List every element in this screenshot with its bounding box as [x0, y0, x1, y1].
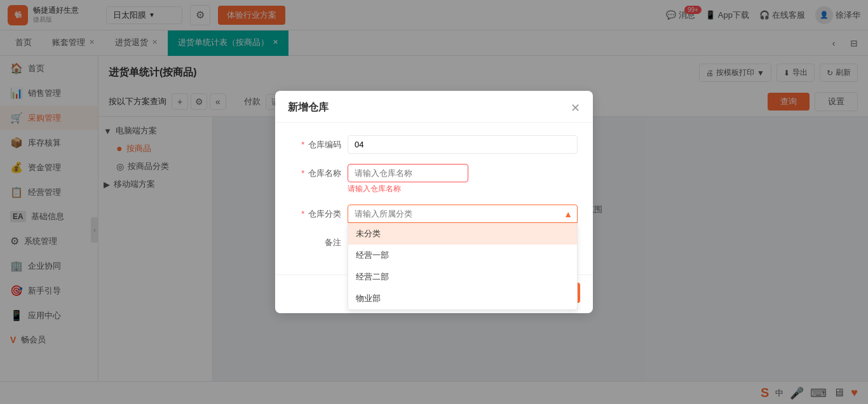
note-label: 备注: [290, 233, 348, 248]
name-input[interactable]: [348, 164, 468, 182]
form-row-category: * 仓库分类 ▲ 未分类 经营一部 经营二部 物业部: [290, 205, 578, 223]
form-row-name: * 仓库名称 请输入仓库名称: [290, 164, 578, 194]
dropdown-item-dept2[interactable]: 经营二部: [348, 266, 577, 288]
name-label: * 仓库名称: [290, 164, 348, 179]
name-error-msg: 请输入仓库名称: [348, 184, 578, 194]
modal-overlay[interactable]: 新增仓库 ✕ * 仓库编码 * 仓库名称: [0, 0, 868, 404]
category-dropdown: 未分类 经营一部 经营二部 物业部: [348, 223, 578, 310]
form-row-code: * 仓库编码: [290, 135, 578, 154]
dropdown-item-unclassified[interactable]: 未分类: [348, 223, 577, 245]
category-select-wrap: ▲ 未分类 经营一部 经营二部 物业部: [348, 205, 578, 223]
modal-body: * 仓库编码 * 仓库名称 请输入仓库名称: [275, 123, 593, 274]
code-input[interactable]: [348, 135, 578, 154]
modal-header: 新增仓库 ✕: [275, 91, 593, 123]
modal-close-button[interactable]: ✕: [571, 102, 580, 114]
new-warehouse-modal: 新增仓库 ✕ * 仓库编码 * 仓库名称: [275, 91, 593, 313]
dropdown-item-dept1[interactable]: 经营一部: [348, 245, 577, 266]
dropdown-item-dept3[interactable]: 物业部: [348, 288, 577, 309]
category-label: * 仓库分类: [290, 205, 348, 220]
category-input[interactable]: [348, 205, 578, 223]
modal-title: 新增仓库: [288, 101, 329, 114]
code-label: * 仓库编码: [290, 135, 348, 151]
